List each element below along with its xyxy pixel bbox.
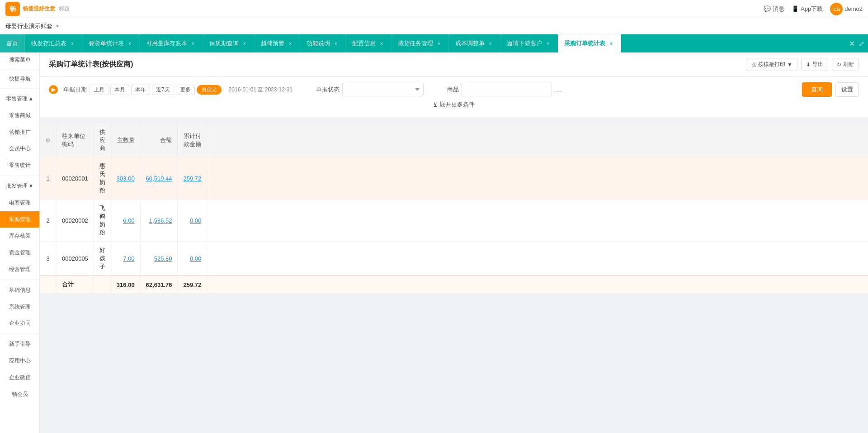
date-label: 单据日期 [63,86,87,94]
close-tab-config-info[interactable]: × [378,40,385,47]
close-tab-collect-send[interactable]: × [69,40,75,47]
tab-purchase-stats[interactable]: 采购订单统计表 × [558,34,621,52]
sidebar-item-basic-info[interactable]: 基础信息 [0,282,39,299]
sidebar-item-marketing[interactable]: 营销推广 [0,124,39,141]
messages-button[interactable]: 💬 消息 [764,5,784,13]
sidebar-item-wholesale-mgmt[interactable]: 批发管理 ▼ [0,178,39,195]
footer-amount: 62,631.76 [140,276,178,294]
date-shortcuts: 上月 本月 本年 近7天 更多 自定义 [90,85,222,95]
close-tab-cost-adjust[interactable]: × [487,40,494,47]
settings-button[interactable]: 设置 [835,82,859,97]
company-dropdown-arrow: ▼ [55,24,60,29]
footer-empty-2 [94,276,111,294]
close-tab-available-stock[interactable]: × [190,40,196,47]
filter-area: ▶ 单据日期 上月 本月 本年 近7天 更多 自定义 2016-01-01 [40,77,868,118]
sidebar-item-sys-mgmt[interactable]: 系统管理 [0,299,39,315]
col-header-extra [207,124,868,157]
status-select[interactable] [342,83,424,96]
table-row: 2 00020002 飞鹤奶粉 6.00 1,586.52 0.00 [40,200,868,242]
sidebar-item-members[interactable]: 会员中心 [0,140,39,157]
close-all-tabs[interactable]: ✕ [849,39,855,48]
tab-config-info[interactable]: 配置信息 × [346,34,392,52]
row-quantity-2[interactable]: 6.00 [111,200,140,242]
row-extra-1 [207,157,868,200]
print-dropdown-arrow: ▼ [787,62,793,68]
expand-conditions-button[interactable]: ⊻ 展开更多条件 [433,100,475,109]
shortcut-this-year[interactable]: 本年 [131,85,150,95]
app-download-button[interactable]: 📱 App下载 [792,5,823,13]
logo-icon: 畅 [5,2,20,16]
shortcut-7days[interactable]: 近7天 [152,85,174,95]
footer-empty-1 [40,276,57,294]
shortcut-more[interactable]: 更多 [176,85,195,95]
user-profile[interactable]: Ea demo2 [830,3,863,15]
shortcut-this-month[interactable]: 本月 [110,85,129,95]
tab-invite-downstream[interactable]: 邀请下游客户 × [500,34,558,52]
sidebar-item-stock-check[interactable]: 库存核算 [0,228,39,244]
filter-toggle-button[interactable]: ▶ [49,85,58,94]
footer-label: 合计 [57,276,94,294]
table-footer-row: 合计 316.00 62,631.76 259.72 [40,276,868,294]
row-paid-2[interactable]: 0.00 [178,200,207,242]
close-tab-demand-stats[interactable]: × [127,40,133,47]
tab-collect-send[interactable]: 收发存汇总表 × [25,34,82,52]
sidebar-item-quick-nav[interactable]: 快捷导航 [0,71,39,86]
tab-expiry-query[interactable]: 保质期查询 × [203,34,255,52]
sidebar-divider-3 [0,176,39,176]
expand-icon-wholesale: ▼ [28,182,34,190]
tab-pick-task[interactable]: 拣货任务管理 × [392,34,449,52]
sidebar-item-purchase-mgmt[interactable]: 采购管理 [0,211,39,228]
sidebar-item-retail-store[interactable]: 零售商城 [0,107,39,124]
page-actions: 🖨 按模板打印 ▼ ⬇ 导出 ↻ 刷新 [746,58,859,71]
refresh-button[interactable]: ↻ 刷新 [832,58,859,71]
tab-home[interactable]: 首页 [0,34,25,52]
print-button[interactable]: 🖨 按模板打印 ▼ [746,58,797,71]
tab-available-stock[interactable]: 可用量库存账本 × [140,34,203,52]
col-header-supplier: 供应商 [94,124,111,157]
shortcut-last-month[interactable]: 上月 [90,85,108,95]
close-tab-function-desc[interactable]: × [333,40,339,47]
company-selector[interactable]: 母婴行业演示账套 ▼ [5,22,60,30]
sidebar-item-app-center[interactable]: 应用中心 [0,352,39,369]
sidebar-item-retail-stats[interactable]: 零售统计 [0,157,39,174]
sidebar-item-ecom-mgmt[interactable]: 电商管理 [0,195,39,211]
row-code-2: 00020002 [57,200,94,242]
query-button[interactable]: 查询 [802,82,832,97]
export-button[interactable]: ⬇ 导出 [801,58,828,71]
row-amount-1[interactable]: 60,519.44 [140,157,178,200]
goods-input[interactable] [462,83,552,96]
sidebar-item-enterprise-collab[interactable]: 企业协同 [0,315,39,332]
tab-overstock[interactable]: 超储预警 × [255,34,300,52]
row-paid-3[interactable]: 0.00 [178,242,207,276]
sidebar-item-finance-mgmt[interactable]: 资金管理 [0,244,39,261]
sidebar-item-search[interactable]: 搜索菜单 [0,52,39,67]
row-index-3: 3 [40,242,57,276]
close-tab-purchase-stats[interactable]: × [608,40,614,47]
maximize-tabs[interactable]: ⤢ [859,39,864,48]
close-tab-expiry-query[interactable]: × [241,40,248,47]
date-range-text: 2016-01-01 至 2023-12-31 [229,86,292,94]
sidebar-item-retail-mgmt[interactable]: 零售管理 ▲ [0,90,39,107]
row-amount-2[interactable]: 1,586.52 [140,200,178,242]
sidebar-item-enterprise-wechat[interactable]: 企业微信 [0,369,39,386]
col-header-gear[interactable]: ⚙ [40,124,57,157]
row-supplier-3: 好孩子 [94,242,111,276]
close-tab-pick-task[interactable]: × [436,40,442,47]
row-quantity-1[interactable]: 303.00 [111,157,140,200]
row-paid-1[interactable]: 259.72 [178,157,207,200]
goods-more-btn[interactable]: … [555,86,562,94]
filter-more-row: ⊻ 展开更多条件 [49,97,859,112]
tab-demand-stats[interactable]: 要货单统计表 × [82,34,140,52]
tab-function-desc[interactable]: 功能说明 × [300,34,346,52]
sidebar-item-vip-member[interactable]: 畅会员 [0,386,39,403]
close-tab-overstock[interactable]: × [287,40,293,47]
expand-down-icon: ⊻ [433,101,438,108]
sidebar-item-new-guide[interactable]: 新手引导 [0,336,39,352]
close-tab-invite-downstream[interactable]: × [545,40,551,47]
shortcut-custom[interactable]: 自定义 [197,85,222,95]
row-amount-3[interactable]: 525.80 [140,242,178,276]
tab-cost-adjust[interactable]: 成本调整单 × [449,34,500,52]
sidebar-item-ops-mgmt[interactable]: 经营管理 [0,261,39,278]
col-header-code: 往来单位编码 [57,124,94,157]
row-quantity-3[interactable]: 7.00 [111,242,140,276]
